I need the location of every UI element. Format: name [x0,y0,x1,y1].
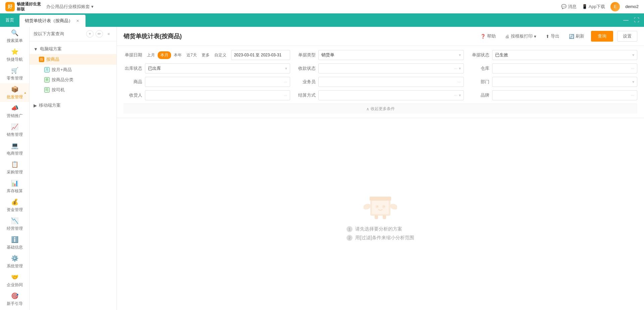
settle-control: ··· ▾ [318,90,464,100]
out-status-actions: ▾ [285,66,287,71]
tree-item-by-category[interactable]: 类 按商品分类 [30,75,116,85]
message-icon: 💬 [561,4,567,9]
goods-more-icon[interactable]: ··· [284,80,287,84]
tree-item-by-driver[interactable]: 司 按司机 [30,85,116,95]
date-btn-7days[interactable]: 近7天 [184,51,199,59]
date-btn-custom[interactable]: 自定义 [212,51,228,59]
sidebar-item-finance[interactable]: 💰 资金管理 [0,196,29,215]
filter-item-date: 单据日期 上月 本月 本年 近7天 更多 自定义 2023- [123,50,290,60]
workspace-selector[interactable]: 办公用品行业模拟账套 ▾ [44,2,96,11]
sidebar-item-sales[interactable]: 📈 销售管理 [0,121,29,140]
export-button[interactable]: ⬆ 导出 [543,32,562,41]
tab-active[interactable]: 销货单统计表（按商品） ✕ [19,15,86,27]
doc-status-select[interactable]: 已生效 ▾ [492,50,637,60]
sidebar-item-system[interactable]: ⚙️ 系统管理 [0,252,29,271]
print-button[interactable]: 🖨 按模板打印 ▾ [502,32,539,41]
out-status-select[interactable]: 已出库 ▾ [145,63,290,73]
system-icon: ⚙️ [11,255,18,262]
guide-icon: 🎯 [11,292,18,300]
tab-maximize-button[interactable]: ⛶ [632,16,641,24]
sidebar-item-appstore[interactable]: 🔲 应用中心 [0,309,29,310]
doc-type-dropdown-icon[interactable]: ▾ [459,53,461,57]
doc-type-actions: ▾ [459,53,461,57]
goods-select[interactable]: ··· [145,77,290,87]
dept-dropdown-icon[interactable]: ▾ [632,80,634,84]
brand-select[interactable]: ··· [492,90,637,100]
doc-type-select[interactable]: 销货单 ▾ [318,50,464,60]
tree-item-by-goods[interactable]: 按 按商品 [30,54,116,65]
pay-status-dropdown-icon[interactable]: ▾ [459,66,461,71]
empty-state: 1 请先选择要分析的方案 2 用[过滤]条件来缩小分析范围 [346,187,414,241]
help-button[interactable]: ❓ 帮助 [478,32,498,41]
sidebar-item-ecommerce[interactable]: 💻 电商管理 [0,140,29,158]
salesman-more-icon[interactable]: ··· [458,80,461,84]
settle-dropdown-icon[interactable]: ▾ [459,93,461,98]
salesman-select[interactable]: ··· [318,77,464,87]
chevron-down-icon: ▼ [34,47,38,52]
sidebar-item-wholesale[interactable]: 📦 批发管理 [0,83,29,102]
settle-actions: ··· ▾ [454,93,461,98]
date-filter: 上月 本月 本年 近7天 更多 自定义 2023-03-01 至 2023-03… [145,50,290,60]
add-scheme-button[interactable]: + [86,30,94,38]
sidebar-item-purchase[interactable]: 📋 采购管理 [0,158,29,177]
query-button[interactable]: 查询 [591,31,613,42]
receiver-select[interactable]: ··· [145,90,290,100]
settings-button[interactable]: 设置 [617,31,637,42]
settle-select[interactable]: ··· ▾ [318,90,464,100]
collapse-panel-button[interactable]: « [105,30,112,38]
tree-group-mobile-header[interactable]: ▶ 移动端方案 [30,100,116,110]
sidebar-item-business[interactable]: 📉 经营管理 [0,215,29,234]
sidebar-item-quick-nav[interactable]: ⭐ 快捷导航 [0,46,29,64]
dept-control: ▾ [492,77,637,87]
doc-status-dropdown-icon[interactable]: ▾ [632,53,634,57]
collapse-filters-button[interactable]: ∧ 收起更多条件 [123,104,637,114]
sidebar-item-basic[interactable]: ℹ️ 基础信息 [0,234,29,252]
logo-text: 畅捷通好生意 标版 [17,2,41,11]
pay-status-more-icon[interactable]: ··· [454,66,458,71]
tree-item-by-month-goods[interactable]: 月 按月+商品 [30,65,116,75]
page-title: 销货单统计表(按商品) [123,32,182,40]
settle-more-icon[interactable]: ··· [454,93,458,98]
dept-select[interactable]: ▾ [492,77,637,87]
collapse-icon: ∧ [366,107,369,111]
pay-status-select[interactable]: ··· ▾ [318,63,464,73]
results-area: 1 请先选择要分析的方案 2 用[过滤]条件来缩小分析范围 [117,118,644,310]
receiver-more-icon[interactable]: ··· [284,93,287,98]
date-btn-last-month[interactable]: 上月 [145,51,157,59]
warehouse-more-icon[interactable]: ··· [631,66,634,71]
avatar[interactable]: E [610,2,620,11]
page-header-top: 销货单统计表(按商品) ❓ 帮助 🖨 按模板打印 ▾ ⬆ [123,31,637,42]
date-btn-this-year[interactable]: 本年 [172,51,184,59]
date-btn-this-month[interactable]: 本月 [158,51,171,59]
retail-icon: 🛒 [11,67,18,74]
refresh-button[interactable]: 🔄 刷新 [566,32,587,41]
logo-area: 好 畅捷通好生意 标版 [5,2,41,11]
filter-item-settle: 结算方式 ··· ▾ [297,90,464,100]
tree-group-desktop-header[interactable]: ▼ 电脑端方案 [30,44,116,54]
ecommerce-icon: 💻 [11,142,18,149]
tab-minimize-button[interactable]: — [621,16,631,24]
sidebar-item-collab[interactable]: 🤝 企业协同 [0,271,29,290]
sidebar-item-guide[interactable]: 🎯 新手引导 [0,290,29,309]
nav-app-download[interactable]: 📱 App下载 [582,4,605,10]
date-btn-more[interactable]: 更多 [200,51,212,59]
date-quick-buttons: 上月 本月 本年 近7天 更多 自定义 [145,51,228,59]
nav-message[interactable]: 💬 消息 [561,4,577,10]
edit-scheme-button[interactable]: ✏ [96,30,103,38]
warehouse-select[interactable]: ··· [492,63,637,73]
sidebar-item-marketing[interactable]: 📣 营销推广 [0,102,29,121]
sidebar-item-retail[interactable]: 🛒 零售管理 [0,64,29,83]
tab-close-button[interactable]: ✕ [75,18,80,23]
filter-item-doc-type: 单据类型 销货单 ▾ [297,50,464,60]
out-status-control: 已出库 ▾ [145,63,290,73]
user-name[interactable]: demo2 [625,4,639,9]
marketing-icon: 📣 [11,104,18,112]
tab-home[interactable]: 首页 [0,13,19,27]
out-status-dropdown-icon[interactable]: ▾ [285,66,287,71]
goods-actions: ··· [284,80,287,84]
pay-status-actions: ··· ▾ [454,66,461,71]
sidebar-item-search[interactable]: 🔍 搜索菜单 [0,27,29,46]
date-range-input[interactable]: 2023-03-01 至 2023-03-31 [231,50,290,60]
brand-more-icon[interactable]: ··· [631,93,634,98]
sidebar-item-inventory[interactable]: 📊 库存核算 [0,177,29,196]
